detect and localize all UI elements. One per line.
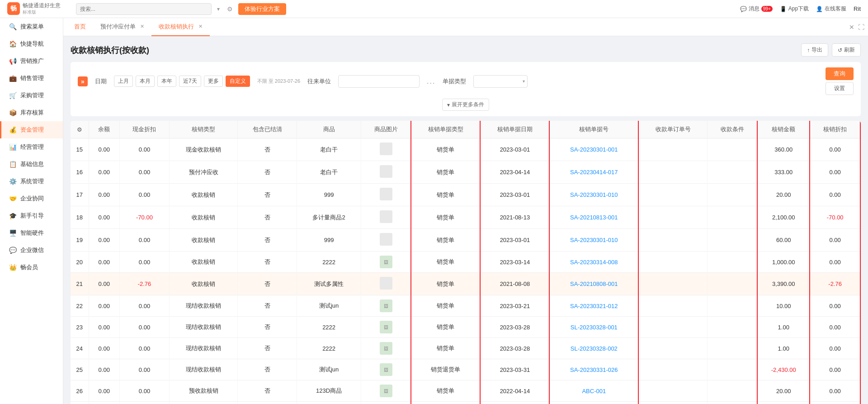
td-order-no <box>638 273 707 295</box>
product-image-thumb: 🖼 <box>380 363 392 376</box>
td-order-no <box>638 380 707 402</box>
td-doc-date: 2023-04-08 <box>480 402 549 404</box>
single-type-select[interactable] <box>473 75 528 88</box>
table-row: 23 0.00 0.00 现结收款核销 否 2222 🖼 销货单 2023-03… <box>71 317 860 338</box>
sidebar-item-hardware[interactable]: 🖥️ 智能硬件 <box>0 224 63 242</box>
sidebar-item-sales[interactable]: 💼 销售管理 <box>0 70 63 87</box>
tab-receipt-offset[interactable]: 收款核销执行 ✕ <box>151 18 210 36</box>
product-image-thumb <box>380 277 392 290</box>
sidebar-item-finance[interactable]: 💰 资金管理 <box>0 121 63 138</box>
tab-home[interactable]: 首页 <box>67 18 93 36</box>
sidebar-item-cooperation[interactable]: 🤝 企业协同 <box>0 190 63 207</box>
td-product-image: 🖼 <box>361 295 411 317</box>
industry-solution-btn[interactable]: 体验行业方案 <box>238 3 286 15</box>
doc-no-link[interactable]: SA-20230301-010 <box>570 237 618 243</box>
td-doc-no: SL-20230408-001 <box>549 402 638 404</box>
sidebar-item-member[interactable]: 👑 畅会员 <box>0 259 63 276</box>
sidebar-item-basic[interactable]: 📋 基础信息 <box>0 156 63 173</box>
td-balance: 0.00 <box>89 317 120 338</box>
doc-no-link[interactable]: SA-20230331-026 <box>570 366 618 373</box>
tab-prepay[interactable]: 预付冲应付单 ✕ <box>93 18 151 36</box>
tab-prepay-close[interactable]: ✕ <box>140 24 144 29</box>
tab-receipt-offset-close[interactable]: ✕ <box>198 24 203 29</box>
member-icon: 👑 <box>9 263 17 271</box>
sidebar-item-quick-nav[interactable]: 🏠 快捷导航 <box>0 35 63 52</box>
product-image-thumb <box>380 233 392 246</box>
td-offset-amount: 333.00 <box>757 161 810 184</box>
doc-no-link[interactable]: SA-20210808-001 <box>570 280 618 287</box>
this-year-btn[interactable]: 本年 <box>157 76 176 87</box>
td-doc-date: 2023-03-01 <box>480 229 549 252</box>
td-offset-discount: -2.76 <box>810 273 860 295</box>
doc-no-link[interactable]: SL-20230328-002 <box>571 345 618 352</box>
expand-more-conditions-btn[interactable]: ▾ 展开更多条件 <box>442 99 489 111</box>
settings-icon[interactable]: ⚙ <box>227 5 233 13</box>
td-include-cleared: 否 <box>238 338 297 359</box>
td-product: 2222 <box>297 338 361 359</box>
table-header-row: ⚙ 余额 现金折扣 核销类型 包含已结清 商品 商品图片 核销单据类型 核销单据… <box>71 121 860 138</box>
td-num: 19 <box>71 229 89 252</box>
sidebar-item-label: 企业微信 <box>20 246 44 254</box>
td-doc-type: 销货单 <box>411 206 480 229</box>
sidebar-item-beginner[interactable]: 🎓 新手引导 <box>0 207 63 224</box>
td-balance: 0.00 <box>89 206 120 229</box>
td-doc-no: SL-20230328-002 <box>549 338 638 359</box>
service-icon: 👤 <box>816 6 823 12</box>
td-doc-date: 2023-03-28 <box>480 317 549 338</box>
tab-close-all-icon[interactable]: ✕ <box>849 24 854 31</box>
td-offset-amount: 10.00 <box>757 295 810 317</box>
doc-no-link[interactable]: SA-20230301-001 <box>570 146 618 153</box>
doc-no-link[interactable]: SA-20230314-008 <box>570 259 618 266</box>
search-dropdown-icon[interactable]: ▾ <box>217 6 220 12</box>
td-order-no <box>638 252 707 273</box>
query-btn[interactable]: 查询 <box>826 67 854 80</box>
td-doc-no: SA-20230301-001 <box>549 138 638 161</box>
system-icon: ⚙️ <box>9 177 17 185</box>
doc-no-link[interactable]: SA-20230414-017 <box>570 169 618 176</box>
td-doc-type: 销货单 <box>411 338 480 359</box>
doc-no-link[interactable]: SA-20230301-010 <box>570 191 618 198</box>
doc-no-link[interactable]: SL-20230328-001 <box>571 324 618 331</box>
online-service-btn[interactable]: 👤 在线客服 <box>816 5 846 13</box>
search-input[interactable] <box>76 3 212 15</box>
td-cash-discount: -2.76 <box>120 273 170 295</box>
sidebar-item-business[interactable]: 📊 经营管理 <box>0 138 63 156</box>
top-bar-actions: 💬 消息 99+ 📱 App下载 👤 在线客服 Rit <box>740 5 861 13</box>
td-product: 2222 <box>297 252 361 273</box>
custom-date-btn[interactable]: 自定义 <box>226 76 250 87</box>
this-month-btn[interactable]: 本月 <box>136 76 155 87</box>
filter-settings-btn[interactable]: 设置 <box>826 82 854 95</box>
th-settings[interactable]: ⚙ <box>71 121 89 138</box>
td-payment-terms <box>707 402 757 404</box>
filter-expand-btn[interactable]: » <box>78 76 88 86</box>
export-btn[interactable]: ↑ 导出 <box>801 43 828 57</box>
td-payment-terms <box>707 206 757 229</box>
sidebar-item-purchase[interactable]: 🛒 采购管理 <box>0 87 63 104</box>
brand-name: 畅捷通道好生意 <box>23 2 61 9</box>
sidebar-item-wechat[interactable]: 💬 企业微信 <box>0 242 63 259</box>
doc-no-link[interactable]: ABC-001 <box>582 388 606 394</box>
sidebar-item-search-menu[interactable]: 🔍 搜索菜单 <box>0 18 63 35</box>
last-month-btn[interactable]: 上月 <box>114 76 133 87</box>
doc-no-link[interactable]: SA-20210813-001 <box>570 214 618 221</box>
refresh-btn[interactable]: ↺ 刷新 <box>832 43 861 57</box>
sidebar-item-system[interactable]: ⚙️ 系统管理 <box>0 173 63 190</box>
td-doc-type: 销货单 <box>411 380 480 402</box>
td-offset-discount: 0.00 <box>810 295 860 317</box>
last7-btn[interactable]: 近7天 <box>179 76 201 87</box>
tab-prepay-label: 预付冲应付单 <box>100 23 136 31</box>
table-row: 20 0.00 0.00 收款核销 否 2222 🖼 销货单 2023-03-1… <box>71 252 860 273</box>
td-cash-discount: 0.00 <box>120 359 170 380</box>
td-offset-type: 收款核销 <box>169 273 237 295</box>
doc-no-link[interactable]: SA-20230321-012 <box>570 303 618 309</box>
app-download-btn[interactable]: 📱 App下载 <box>780 5 809 13</box>
td-balance: 0.00 <box>89 273 120 295</box>
td-num: 24 <box>71 338 89 359</box>
more-btn[interactable]: 更多 <box>204 76 223 87</box>
messages-btn[interactable]: 💬 消息 99+ <box>740 5 773 13</box>
sidebar-item-inventory[interactable]: 📦 库存核算 <box>0 104 63 121</box>
tab-expand-icon[interactable]: ⛶ <box>858 24 864 31</box>
sidebar-item-marketing[interactable]: 📢 营销推广 <box>0 52 63 70</box>
td-product-image <box>361 138 411 161</box>
from-unit-input[interactable] <box>338 75 420 88</box>
